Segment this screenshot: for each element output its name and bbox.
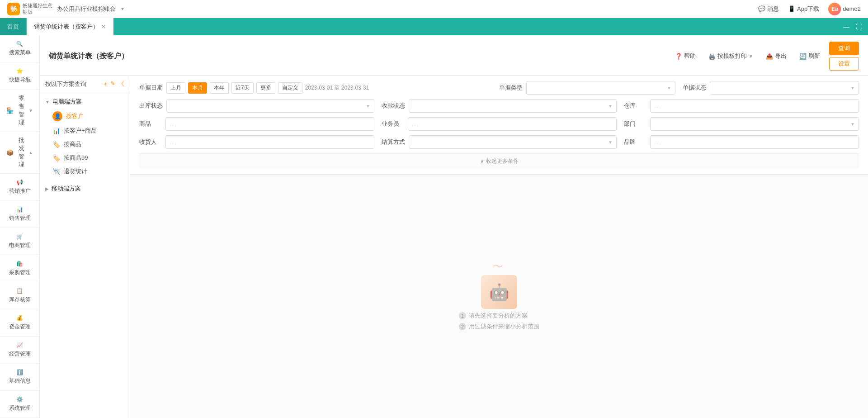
scheme-item-by-goods[interactable]: 🏷️ 按商品 <box>40 138 130 151</box>
empty-box: 🤖 <box>481 275 517 309</box>
filter-department-item: 部门 ▼ <box>624 117 859 131</box>
sidebar-item-inventory[interactable]: 📋 库存核算 <box>0 282 39 309</box>
date-last-7days[interactable]: 近7天 <box>231 82 254 94</box>
tab-bar: 首页 销货单统计表（按客户） ✕ — ⛶ <box>0 18 868 35</box>
tab-home[interactable]: 首页 <box>0 18 27 35</box>
department-input[interactable]: ▼ <box>650 117 859 131</box>
header-left: 畅 畅捷通好生意 标版 办公用品行业模拟账套 ▼ <box>7 3 125 15</box>
sidebar-item-wholesale[interactable]: 📦 批发管理 ▲ <box>0 132 39 174</box>
sidebar-item-ecommerce[interactable]: 🛒 电商管理 <box>0 228 39 255</box>
salesperson-label: 业务员 <box>382 120 404 128</box>
scheme-item-by-customer-goods[interactable]: 📊 按客户+商品 <box>40 124 130 138</box>
scheme-panel-actions: + ✎ 《 <box>104 80 124 88</box>
doc-status-chevron: ▼ <box>850 86 855 90</box>
print-icon: 🖨️ <box>708 53 716 60</box>
scheme-item-by-goods99[interactable]: 🏷️ 按商品99 <box>40 151 130 165</box>
doc-type-input[interactable]: ▼ <box>526 81 675 95</box>
collection-input[interactable]: ▼ <box>409 99 617 113</box>
department-chevron: ▼ <box>850 122 855 127</box>
main-layout: 🔍 搜索菜单 ⭐ 快捷导航 🏪 零售管理 ▼ 📦 批发管理 ▲ 📢 营销推广 <box>0 35 868 418</box>
customer-goods-icon: 📊 <box>52 127 60 134</box>
download-icon: 📱 <box>788 5 795 12</box>
tab-maximize-button[interactable]: ⛶ <box>854 21 864 32</box>
filter-brand-item: 品牌 ... <box>624 135 859 149</box>
scheme-collapse-button[interactable]: 《 <box>118 80 124 88</box>
scheme-add-button[interactable]: + <box>104 80 108 88</box>
date-this-year[interactable]: 本年 <box>210 82 229 94</box>
date-more[interactable]: 更多 <box>256 82 275 94</box>
goods-label: 商品 <box>139 120 162 128</box>
collapse-row[interactable]: ∧ 收起更多条件 <box>139 153 859 169</box>
tab-minimize-button[interactable]: — <box>841 21 852 32</box>
sidebar-item-marketing[interactable]: 📢 营销推广 <box>0 174 39 201</box>
print-dropdown-icon: ▼ <box>749 54 753 59</box>
sidebar: 🔍 搜索菜单 ⭐ 快捷导航 🏪 零售管理 ▼ 📦 批发管理 ▲ 📢 营销推广 <box>0 35 40 418</box>
robot-face-icon: 🤖 <box>489 283 509 302</box>
tab-close-button[interactable]: ✕ <box>101 24 106 30</box>
settlement-input[interactable]: ▼ <box>409 135 617 149</box>
sidebar-item-finance[interactable]: 💰 资金管理 <box>0 309 39 337</box>
collection-chevron: ▼ <box>608 104 613 109</box>
date-label: 单据日期 <box>139 84 163 92</box>
sidebar-item-retail[interactable]: 🏪 零售管理 ▼ <box>0 90 39 132</box>
quicknav-icon: ⭐ <box>16 68 23 74</box>
scheme-edit-button[interactable]: ✎ <box>110 80 115 88</box>
goods-input[interactable]: ... <box>165 117 374 131</box>
header-dropdown-icon[interactable]: ▼ <box>120 6 125 11</box>
date-custom[interactable]: 自定义 <box>278 82 302 94</box>
outbound-label: 出库状态 <box>139 102 163 110</box>
data-area: 〜 🤖 1 请先选择要分析的方案 <box>130 175 868 418</box>
ecommerce-icon: 🛒 <box>16 233 23 240</box>
warehouse-input[interactable]: ... <box>650 99 859 113</box>
scheme-group-desktop-header[interactable]: ▼ 电脑端方案 <box>40 95 130 109</box>
message-button[interactable]: 💬 消息 <box>758 5 779 13</box>
scheme-item-return-stats[interactable]: 📉 退货统计 <box>40 165 130 178</box>
doc-status-input[interactable]: ▼ <box>710 81 859 95</box>
brand-input[interactable]: ... <box>650 135 859 149</box>
settings-button[interactable]: 设置 <box>829 57 859 71</box>
sidebar-item-purchase[interactable]: 🛍️ 采购管理 <box>0 255 39 282</box>
tab-sales-stats[interactable]: 销货单统计表（按客户） ✕ <box>27 18 113 35</box>
inventory-icon: 📋 <box>16 288 23 294</box>
sidebar-item-system[interactable]: ⚙️ 系统管理 <box>0 391 39 418</box>
app-download-button[interactable]: 📱 App下载 <box>788 5 819 13</box>
date-range-display: 2023-03-01 至 2023-03-31 <box>305 84 369 92</box>
retail-icon: 🏪 <box>6 107 14 114</box>
query-button[interactable]: 查询 <box>829 42 859 55</box>
return-stats-icon: 📉 <box>52 168 60 175</box>
help-icon: ❓ <box>675 53 682 60</box>
purchase-icon: 🛍️ <box>16 261 23 267</box>
warehouse-label: 仓库 <box>624 102 646 110</box>
sidebar-item-quicknav[interactable]: ⭐ 快捷导航 <box>0 62 39 90</box>
right-action-buttons: 查询 设置 <box>829 42 859 71</box>
filter-collection-item: 收款状态 ▼ <box>382 99 617 113</box>
collapse-button[interactable]: ∧ 收起更多条件 <box>480 157 519 165</box>
export-button[interactable]: 📤 导出 <box>762 50 790 62</box>
filter-row-2: 出库状态 ▼ 收款状态 ▼ <box>139 99 859 113</box>
scheme-group-mobile-header[interactable]: ▶ 移动端方案 <box>40 182 130 195</box>
filter-consignee-item: 收货人 ... <box>139 135 374 149</box>
finance-icon: 💰 <box>16 315 23 321</box>
scheme-item-by-customer[interactable]: 👤 按客户 <box>40 109 130 124</box>
scheme-group-desktop: ▼ 电脑端方案 👤 按客户 📊 按客户+商品 🏷️ <box>40 93 130 180</box>
outbound-input[interactable]: ▼ <box>166 99 374 113</box>
help-button[interactable]: ❓ 帮助 <box>671 50 699 62</box>
desktop-group-arrow: ▼ <box>45 100 50 104</box>
refresh-button[interactable]: 🔄 刷新 <box>796 50 824 62</box>
date-last-month[interactable]: 上月 <box>166 82 185 94</box>
consignee-input[interactable]: ... <box>165 135 374 149</box>
sidebar-item-basic[interactable]: ℹ️ 基础信息 <box>0 364 39 391</box>
sidebar-item-search[interactable]: 🔍 搜索菜单 <box>0 35 39 62</box>
collection-label: 收款状态 <box>382 102 405 110</box>
template-print-button[interactable]: 🖨️ 按模板打印 ▼ <box>705 50 757 62</box>
page-actions: ❓ 帮助 🖨️ 按模板打印 ▼ 📤 导出 🔄 刷新 查询 <box>671 42 859 71</box>
doc-type-chevron: ▼ <box>667 86 671 90</box>
sidebar-item-sales[interactable]: 📊 销售管理 <box>0 201 39 228</box>
date-this-month[interactable]: 本月 <box>188 82 207 94</box>
user-avatar-area[interactable]: Ea demo2 <box>828 3 861 15</box>
salesperson-input[interactable]: ... <box>408 117 617 131</box>
brand-label: 品牌 <box>624 138 646 146</box>
sidebar-item-operation[interactable]: 📈 经营管理 <box>0 337 39 364</box>
doc-status-label: 单据状态 <box>683 84 706 92</box>
logo-area: 畅 畅捷通好生意 标版 <box>7 3 52 15</box>
